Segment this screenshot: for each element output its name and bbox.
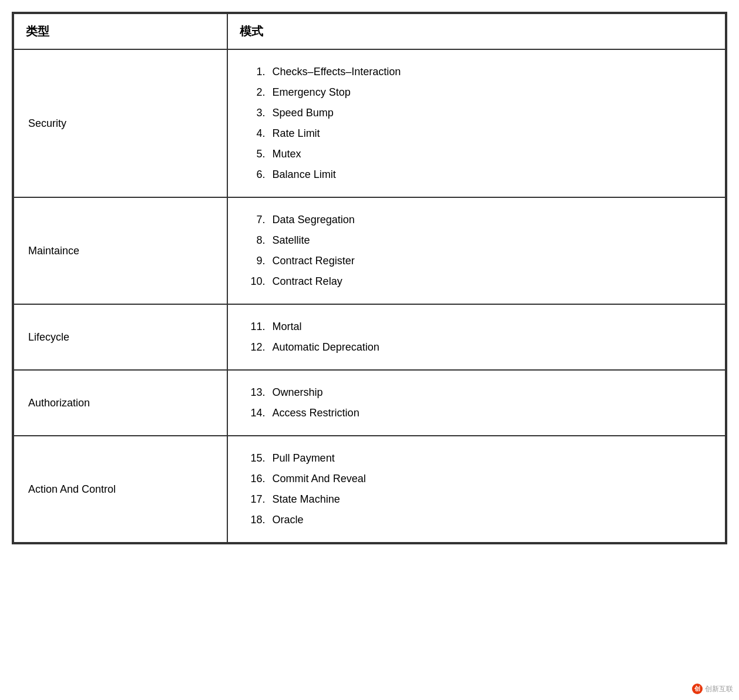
list-item: 13.Ownership	[242, 382, 711, 403]
list-item: 7.Data Segregation	[242, 210, 711, 230]
list-item: 9.Contract Register	[242, 251, 711, 271]
list-item: 5.Mutex	[242, 144, 711, 164]
list-item: 14.Access Restriction	[242, 403, 711, 423]
item-number: 2.	[242, 86, 266, 99]
mode-list: 1.Checks–Effects–Interaction2.Emergency …	[242, 62, 711, 185]
list-item: 8.Satellite	[242, 230, 711, 251]
item-number: 9.	[242, 255, 266, 267]
list-item: 1.Checks–Effects–Interaction	[242, 62, 711, 82]
watermark-icon: 创	[692, 684, 703, 694]
modes-cell: 7.Data Segregation8.Satellite9.Contract …	[227, 197, 725, 304]
item-label: Oracle	[273, 514, 304, 526]
table-row: Lifecycle11.Mortal12.Automatic Deprecati…	[14, 304, 725, 370]
item-number: 14.	[242, 407, 266, 419]
list-item: 11.Mortal	[242, 317, 711, 337]
item-label: Contract Relay	[273, 275, 342, 288]
item-number: 17.	[242, 493, 266, 506]
item-number: 10.	[242, 275, 266, 288]
list-item: 3.Speed Bump	[242, 103, 711, 123]
modes-cell: 1.Checks–Effects–Interaction2.Emergency …	[227, 49, 725, 197]
table-row: Authorization13.Ownership14.Access Restr…	[14, 370, 725, 436]
category-cell: Lifecycle	[14, 304, 227, 370]
item-number: 7.	[242, 214, 266, 226]
item-label: Mutex	[273, 148, 301, 160]
list-item: 4.Rate Limit	[242, 123, 711, 144]
mode-list: 13.Ownership14.Access Restriction	[242, 382, 711, 423]
item-number: 12.	[242, 341, 266, 354]
item-label: Rate Limit	[273, 127, 320, 140]
list-item: 16.Commit And Reveal	[242, 469, 711, 489]
item-label: Emergency Stop	[273, 86, 351, 99]
item-label: Data Segregation	[273, 214, 355, 226]
list-item: 10.Contract Relay	[242, 271, 711, 292]
item-number: 5.	[242, 148, 266, 160]
item-number: 15.	[242, 452, 266, 465]
item-label: Pull Payment	[273, 452, 335, 465]
item-label: Balance Limit	[273, 169, 336, 181]
category-cell: Maintaince	[14, 197, 227, 304]
list-item: 2.Emergency Stop	[242, 82, 711, 103]
item-label: Speed Bump	[273, 107, 334, 119]
header-type: 类型	[14, 14, 227, 49]
list-item: 6.Balance Limit	[242, 164, 711, 185]
item-label: Satellite	[273, 234, 310, 247]
main-table-container: 类型 模式 Security1.Checks–Effects–Interacti…	[12, 12, 727, 544]
item-label: Automatic Deprecation	[273, 341, 379, 354]
table-header-row: 类型 模式	[14, 14, 725, 49]
item-label: Contract Register	[273, 255, 355, 267]
item-number: 1.	[242, 66, 266, 78]
item-number: 8.	[242, 234, 266, 247]
item-label: Mortal	[273, 321, 302, 333]
list-item: 17.State Machine	[242, 489, 711, 510]
table-row: Security1.Checks–Effects–Interaction2.Em…	[14, 49, 725, 197]
header-mode: 模式	[227, 14, 725, 49]
item-label: Commit And Reveal	[273, 473, 366, 485]
item-label: Access Restriction	[273, 407, 360, 419]
item-number: 11.	[242, 321, 266, 333]
mode-list: 7.Data Segregation8.Satellite9.Contract …	[242, 210, 711, 292]
item-label: Ownership	[273, 386, 323, 399]
item-number: 6.	[242, 169, 266, 181]
item-number: 18.	[242, 514, 266, 526]
category-cell: Security	[14, 49, 227, 197]
category-cell: Authorization	[14, 370, 227, 436]
modes-cell: 13.Ownership14.Access Restriction	[227, 370, 725, 436]
mode-list: 11.Mortal12.Automatic Deprecation	[242, 317, 711, 358]
item-label: State Machine	[273, 493, 340, 506]
item-number: 13.	[242, 386, 266, 399]
modes-cell: 11.Mortal12.Automatic Deprecation	[227, 304, 725, 370]
list-item: 12.Automatic Deprecation	[242, 337, 711, 358]
watermark-text: 创新互联	[705, 684, 733, 694]
category-cell: Action And Control	[14, 436, 227, 543]
item-number: 16.	[242, 473, 266, 485]
data-table: 类型 模式 Security1.Checks–Effects–Interacti…	[13, 13, 726, 543]
mode-list: 15.Pull Payment16.Commit And Reveal17.St…	[242, 448, 711, 530]
watermark: 创 创新互联	[692, 684, 733, 694]
item-number: 3.	[242, 107, 266, 119]
item-label: Checks–Effects–Interaction	[273, 66, 401, 78]
item-number: 4.	[242, 127, 266, 140]
list-item: 18.Oracle	[242, 510, 711, 530]
list-item: 15.Pull Payment	[242, 448, 711, 469]
modes-cell: 15.Pull Payment16.Commit And Reveal17.St…	[227, 436, 725, 543]
table-row: Action And Control15.Pull Payment16.Comm…	[14, 436, 725, 543]
table-row: Maintaince7.Data Segregation8.Satellite9…	[14, 197, 725, 304]
